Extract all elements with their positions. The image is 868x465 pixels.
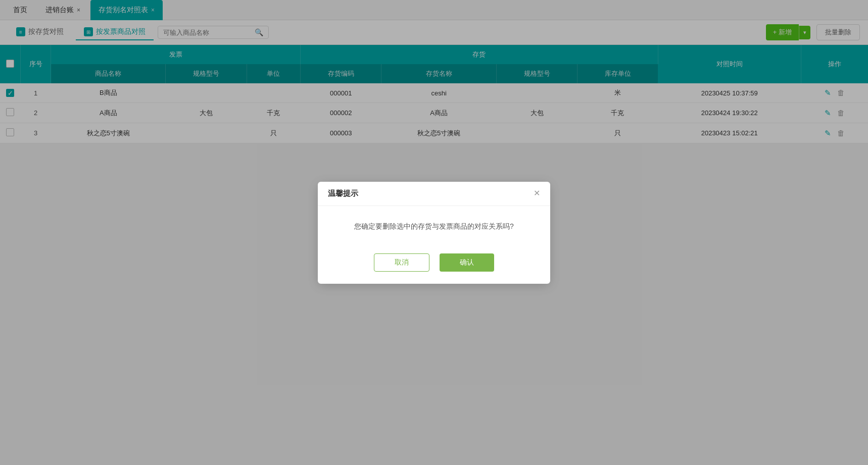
dialog-overlay: 温馨提示 ✕ 您确定要删除选中的存货与发票商品的对应关系吗? 取消 确认 xyxy=(0,0,868,143)
